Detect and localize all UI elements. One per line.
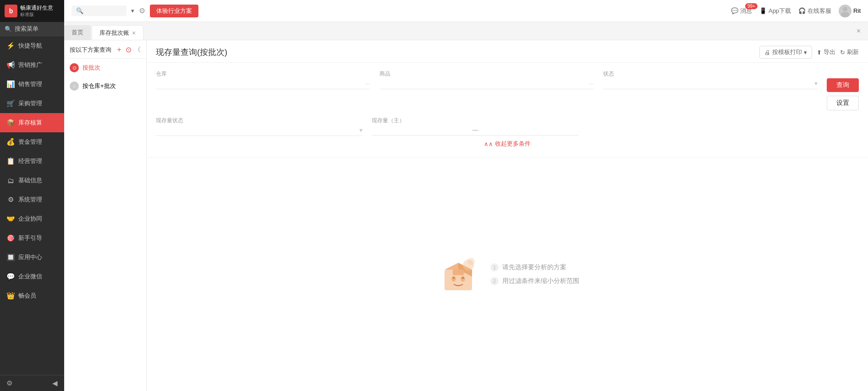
collapse-panel-icon[interactable]: 《 xyxy=(134,46,141,54)
warehouse-input-wrap: ··· xyxy=(156,80,370,89)
refresh-label: 刷新 xyxy=(847,48,859,56)
left-panel: 按以下方案查询 ＋ ⊙ 《 ⊙ 按批次 ○ 按仓库+批次 xyxy=(64,40,147,391)
sidebar-item-guide[interactable]: 🎯 新手引导 xyxy=(0,228,64,248)
query-button[interactable]: 查询 xyxy=(827,78,859,92)
sidebar-item-label: 企业微信 xyxy=(18,272,42,281)
refresh-btn[interactable]: ↻ 刷新 xyxy=(840,48,859,56)
app-version: 标准版 xyxy=(20,11,53,17)
sidebar-item-wechat[interactable]: 💬 企业微信 xyxy=(0,267,64,286)
sidebar-item-operations[interactable]: 📋 经营管理 xyxy=(0,152,64,171)
right-panel: 现存量查询(按批次) 🖨 按模板打印 ▾ ⬆ 导出 ↻ 刷新 xyxy=(147,40,868,391)
product-filter: 商品 ··· xyxy=(379,70,594,89)
scheme-by-warehouse-batch-label: 按仓库+批次 xyxy=(82,82,116,90)
tab-close-icon[interactable]: × xyxy=(132,29,136,37)
svg-point-0 xyxy=(843,7,847,11)
collapse-filter-btn[interactable]: ∧∧ 收起更多条件 xyxy=(156,136,859,150)
sidebar-item-quick-nav[interactable]: ⚡ 快捷导航 xyxy=(0,36,64,55)
stock-qty-label: 现存量（主） xyxy=(372,117,578,125)
system-icon: ⚙ xyxy=(6,196,15,204)
scheme-by-batch[interactable]: ⊙ 按批次 xyxy=(64,59,146,77)
sidebar-item-marketing[interactable]: 📢 营销推广 xyxy=(0,55,64,75)
warehouse-input[interactable] xyxy=(156,80,363,87)
scheme-by-warehouse-batch-icon: ○ xyxy=(70,81,79,91)
operations-icon: 📋 xyxy=(6,157,15,165)
sidebar-item-app-center[interactable]: 🔲 应用中心 xyxy=(0,248,64,267)
stock-qty-max-input[interactable] xyxy=(482,126,579,133)
topbar-search-box[interactable]: 🔍 xyxy=(71,5,126,16)
print-btn[interactable]: 🖨 按模板打印 ▾ xyxy=(759,46,812,59)
topbar-dropdown[interactable]: ▾ xyxy=(131,7,134,14)
status-select-wrap: ▾ xyxy=(603,80,818,89)
export-icon: ⬆ xyxy=(817,49,822,56)
stock-status-filter: 现存量状态 ▾ xyxy=(156,117,363,136)
content-area: 按以下方案查询 ＋ ⊙ 《 ⊙ 按批次 ○ 按仓库+批次 现存量查询(按批次) xyxy=(64,40,868,391)
topbar-gear-icon[interactable]: ⚙ xyxy=(139,6,145,15)
messages-btn[interactable]: 💬 消息 99+ xyxy=(731,7,752,15)
scheme-by-warehouse-batch[interactable]: ○ 按仓库+批次 xyxy=(64,77,146,95)
status-select[interactable] xyxy=(603,80,813,87)
sidebar-item-label: 新手引导 xyxy=(18,234,42,242)
stock-status-select[interactable] xyxy=(156,127,357,134)
svg-point-7 xyxy=(467,258,475,265)
sidebar-search[interactable]: 🔍 搜索菜单 xyxy=(0,22,64,36)
empty-state: 1 请先选择要分析的方案 2 用过滤条件来缩小分析范围 xyxy=(147,157,868,391)
purchase-icon: 🛒 xyxy=(6,99,15,108)
status-filter: 状态 ▾ xyxy=(603,70,818,89)
app-center-icon: 🔲 xyxy=(6,253,15,261)
product-input-wrap: ··· xyxy=(379,80,594,89)
sidebar-item-sales[interactable]: 📊 销售管理 xyxy=(0,75,64,94)
refresh-icon: ↻ xyxy=(840,49,845,56)
sidebar-item-finance[interactable]: 💰 资金管理 xyxy=(0,132,64,152)
enterprise-icon: 🤝 xyxy=(6,215,15,223)
message-icon: 💬 xyxy=(731,7,738,14)
sidebar-item-purchase[interactable]: 🛒 采购管理 xyxy=(0,94,64,113)
sidebar-item-basic[interactable]: 🗂 基础信息 xyxy=(0,171,64,190)
trial-btn[interactable]: 体验行业方案 xyxy=(150,5,198,17)
app-download-btn[interactable]: 📱 App下载 xyxy=(759,7,791,15)
service-btn[interactable]: 🎧 在线客服 xyxy=(798,7,831,15)
export-btn[interactable]: ⬆ 导出 xyxy=(817,48,835,56)
sidebar-item-inventory[interactable]: 📦 库存核算 xyxy=(0,113,64,132)
close-all-tabs[interactable]: × xyxy=(857,27,861,35)
status-chevron-icon: ▾ xyxy=(814,80,818,87)
topbar-search-input[interactable] xyxy=(85,8,122,14)
scheme-by-batch-icon: ⊙ xyxy=(70,63,79,72)
collapse-sidebar-icon[interactable]: ◀ xyxy=(52,379,58,387)
topbar: 🔍 ▾ ⚙ 体验行业方案 💬 消息 99+ 📱 App下载 🎧 在线客服 xyxy=(64,0,868,22)
status-label: 状态 xyxy=(603,70,818,78)
search-icon: 🔍 xyxy=(5,26,12,33)
sidebar-item-label: 系统管理 xyxy=(18,196,42,204)
product-input[interactable] xyxy=(379,80,587,87)
sidebar-item-label: 营销推广 xyxy=(18,61,42,69)
sidebar-item-member[interactable]: 👑 畅会员 xyxy=(0,286,64,305)
user-profile[interactable]: Rit xyxy=(839,5,861,17)
svg-rect-5 xyxy=(453,270,464,275)
settings-bottom-icon[interactable]: ⚙ xyxy=(6,379,12,387)
empty-tip-1: 1 请先选择要分析的方案 xyxy=(490,263,579,272)
tab-inventory-batch[interactable]: 库存批次账 × xyxy=(92,25,143,40)
print-dropdown-icon[interactable]: ▾ xyxy=(804,49,807,56)
warehouse-more-icon[interactable]: ··· xyxy=(365,80,370,87)
filter-area: 仓库 ··· 商品 ··· xyxy=(147,63,868,157)
sidebar-nav: ⚡ 快捷导航 📢 营销推广 📊 销售管理 🛒 采购管理 📦 库存核算 💰 资金管… xyxy=(0,36,64,375)
empty-tips: 1 请先选择要分析的方案 2 用过滤条件来缩小分析范围 xyxy=(490,263,579,285)
stock-status-select-wrap: ▾ xyxy=(156,126,363,136)
settings-button[interactable]: 设置 xyxy=(827,96,859,110)
add-scheme-icon[interactable]: ＋ xyxy=(115,45,123,54)
settings-scheme-icon[interactable]: ⊙ xyxy=(126,45,132,54)
finance-icon: 💰 xyxy=(6,138,15,146)
stock-status-label: 现存量状态 xyxy=(156,117,363,125)
tab-home[interactable]: 首页 xyxy=(64,25,91,40)
stock-qty-min-input[interactable] xyxy=(372,126,468,133)
guide-icon: 🎯 xyxy=(6,234,15,242)
range-separator: — xyxy=(472,126,478,133)
product-more-icon[interactable]: ··· xyxy=(588,80,594,87)
sidebar-item-enterprise[interactable]: 🤝 企业协同 xyxy=(0,209,64,228)
tab-home-label: 首页 xyxy=(71,28,83,37)
warehouse-filter: 仓库 ··· xyxy=(156,70,370,89)
dropdown-chevron-icon: ▾ xyxy=(131,7,134,14)
export-label: 导出 xyxy=(824,48,835,56)
inventory-icon: 📦 xyxy=(6,119,15,127)
sidebar-item-system[interactable]: ⚙ 系统管理 xyxy=(0,190,64,209)
avatar xyxy=(839,5,852,17)
